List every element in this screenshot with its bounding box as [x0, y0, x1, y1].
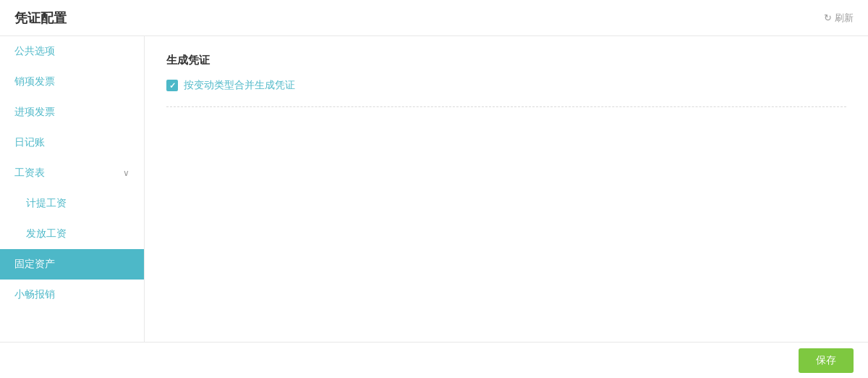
sidebar-label: 工资表 [14, 167, 45, 180]
sidebar-item-expense-report[interactable]: 小畅报销 [0, 280, 144, 310]
sidebar-item-purchase-invoice[interactable]: 进项发票 [0, 97, 144, 127]
sidebar-item-journal[interactable]: 日记账 [0, 127, 144, 158]
sidebar-item-calc-salary[interactable]: 计提工资 [0, 188, 144, 219]
sidebar-label: 日记账 [14, 136, 45, 149]
sidebar-item-sales-invoice[interactable]: 销项发票 [0, 67, 144, 97]
page-title: 凭证配置 [14, 9, 67, 27]
sidebar-label: 计提工资 [26, 197, 67, 210]
sidebar-label: 公共选项 [14, 45, 55, 58]
sidebar-item-public-options[interactable]: 公共选项 [0, 36, 144, 67]
save-button[interactable]: 保存 [799, 348, 854, 373]
content-area: 生成凭证 ✓ 按变动类型合并生成凭证 [145, 36, 868, 342]
sidebar-item-pay-salary[interactable]: 发放工资 [0, 219, 144, 249]
checkbox-label[interactable]: 按变动类型合并生成凭证 [184, 79, 295, 92]
section-divider [166, 106, 846, 107]
refresh-label: 刷新 [835, 12, 854, 25]
checkmark-icon: ✓ [169, 81, 176, 91]
refresh-button[interactable]: ↻ 刷新 [824, 12, 854, 25]
sidebar-item-fixed-assets[interactable]: 固定资产 [0, 249, 144, 280]
refresh-icon: ↻ [824, 12, 832, 23]
section-title: 生成凭证 [166, 54, 846, 67]
main-layout: 公共选项销项发票进项发票日记账工资表∨计提工资发放工资固定资产小畅报销 生成凭证… [0, 36, 868, 342]
sidebar: 公共选项销项发票进项发票日记账工资表∨计提工资发放工资固定资产小畅报销 [0, 36, 145, 342]
sidebar-label: 发放工资 [26, 227, 67, 240]
merge-type-checkbox[interactable]: ✓ [166, 80, 178, 91]
page-header: 凭证配置 ↻ 刷新 [0, 0, 868, 36]
page-footer: 保存 [0, 342, 868, 378]
chevron-down-icon: ∨ [123, 168, 129, 178]
sidebar-label: 固定资产 [14, 258, 55, 271]
sidebar-label: 销项发票 [14, 75, 55, 88]
sidebar-label: 进项发票 [14, 106, 55, 119]
checkbox-row: ✓ 按变动类型合并生成凭证 [166, 79, 846, 92]
sidebar-item-payroll-table[interactable]: 工资表∨ [0, 158, 144, 188]
sidebar-label: 小畅报销 [14, 288, 55, 301]
